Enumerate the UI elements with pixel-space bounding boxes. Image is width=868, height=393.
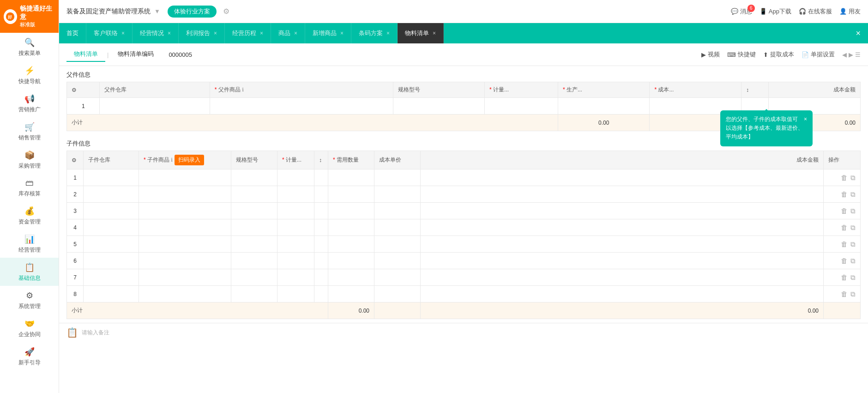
sub-tab-bom-code[interactable]: 物料清单编码 — [110, 47, 161, 62]
message-action[interactable]: 💬 6 消息 — [731, 7, 752, 16]
scan-button[interactable]: 扫码录入 — [175, 155, 204, 165]
tab-close-business[interactable]: × — [168, 30, 171, 36]
sidebar-item-guide[interactable]: 🚀 新手引导 — [0, 342, 59, 370]
child-row-5-cost-unit[interactable] — [374, 236, 421, 253]
child-row-6-unit[interactable] — [277, 253, 314, 269]
tab-close-bom[interactable]: × — [433, 30, 436, 36]
app-download-action[interactable]: 📱 App下载 — [760, 7, 791, 16]
delete-icon-row-8[interactable]: 🗑 — [841, 290, 848, 298]
sidebar-item-marketing[interactable]: 📢 营销推广 — [0, 89, 59, 117]
child-row-6-spec[interactable] — [231, 253, 277, 269]
sidebar-item-inventory[interactable]: 🗃 库存核算 — [0, 174, 59, 201]
child-row-7-qty[interactable] — [328, 269, 374, 286]
prev-icon[interactable]: ◀ — [842, 51, 847, 58]
tab-close-goods[interactable]: × — [294, 30, 297, 36]
child-row-2-cost-amount[interactable] — [421, 186, 824, 203]
child-row-2-qty[interactable] — [328, 186, 374, 203]
child-row-4-sort[interactable] — [314, 219, 328, 236]
child-row-1-unit[interactable] — [277, 169, 314, 186]
dropdown-icon[interactable]: ▼ — [154, 8, 160, 15]
sidebar-item-basic[interactable]: 📋 基础信息 — [0, 258, 59, 286]
child-row-2-warehouse[interactable] — [84, 186, 139, 203]
child-row-6-goods[interactable] — [139, 253, 231, 269]
copy-icon-row-5[interactable]: ⧉ — [850, 240, 856, 248]
child-row-2-spec[interactable] — [231, 186, 277, 203]
tab-history[interactable]: 经营历程 × — [225, 23, 271, 43]
child-row-5-spec[interactable] — [231, 236, 277, 253]
child-row-1-warehouse[interactable] — [84, 169, 139, 186]
sidebar-item-enterprise[interactable]: 🤝 企业协同 — [0, 314, 59, 342]
tooltip-close-button[interactable]: × — [804, 115, 807, 124]
delete-icon-row-6[interactable]: 🗑 — [841, 257, 848, 265]
delete-icon-row-1[interactable]: 🗑 — [841, 174, 848, 181]
child-row-7-unit[interactable] — [277, 269, 314, 286]
child-row-3-warehouse[interactable] — [84, 203, 139, 219]
delete-icon-row-4[interactable]: 🗑 — [841, 224, 848, 231]
child-row-3-qty[interactable] — [328, 203, 374, 219]
parent-row-1-prod[interactable] — [558, 98, 649, 115]
parent-row-1-spec[interactable] — [393, 98, 484, 115]
delete-icon-row-5[interactable]: 🗑 — [841, 240, 848, 248]
child-row-7-cost-amount[interactable] — [421, 269, 824, 286]
child-row-7-cost-unit[interactable] — [374, 269, 421, 286]
tab-home[interactable]: 首页 — [59, 23, 86, 43]
child-row-7-sort[interactable] — [314, 269, 328, 286]
child-row-1-qty[interactable] — [328, 169, 374, 186]
tab-close-profit[interactable]: × — [214, 30, 217, 36]
child-row-4-unit[interactable] — [277, 219, 314, 236]
child-row-7-goods[interactable] — [139, 269, 231, 286]
child-row-6-sort[interactable] — [314, 253, 328, 269]
child-row-6-warehouse[interactable] — [84, 253, 139, 269]
child-row-2-goods[interactable] — [139, 186, 231, 203]
sidebar-item-system[interactable]: ⚙ 系统管理 — [0, 286, 59, 314]
delete-icon-row-7[interactable]: 🗑 — [841, 273, 848, 281]
child-row-5-goods[interactable] — [139, 236, 231, 253]
tab-business[interactable]: 经营情况 × — [133, 23, 179, 43]
child-row-3-cost-amount[interactable] — [421, 203, 824, 219]
child-row-8-sort[interactable] — [314, 286, 328, 302]
tab-goods[interactable]: 商品 × — [271, 23, 305, 43]
sidebar-item-quick[interactable]: ⚡ 快捷导航 — [0, 61, 59, 89]
child-row-4-spec[interactable] — [231, 219, 277, 236]
child-row-1-spec[interactable] — [231, 169, 277, 186]
child-row-8-spec[interactable] — [231, 286, 277, 302]
child-row-3-goods[interactable] — [139, 203, 231, 219]
next-icon[interactable]: ▶ — [849, 51, 853, 58]
sidebar-item-sales[interactable]: 🛒 销售管理 — [0, 117, 59, 145]
parent-row-1-goods[interactable] — [210, 98, 393, 115]
child-row-1-sort[interactable] — [314, 169, 328, 186]
tab-close-barcode[interactable]: × — [386, 30, 390, 36]
child-row-4-goods[interactable] — [139, 219, 231, 236]
child-row-1-cost-amount[interactable] — [421, 169, 824, 186]
child-row-4-warehouse[interactable] — [84, 219, 139, 236]
child-row-2-unit[interactable] — [277, 186, 314, 203]
settings-icon[interactable]: ⚙ — [223, 7, 229, 16]
settings-action[interactable]: 📄 单据设置 — [802, 50, 835, 59]
child-row-8-cost-amount[interactable] — [421, 286, 824, 302]
child-row-7-spec[interactable] — [231, 269, 277, 286]
sidebar-item-finance[interactable]: 💰 资金管理 — [0, 201, 59, 230]
tab-bom[interactable]: 物料清单 × — [398, 23, 444, 43]
sidebar-item-purchase[interactable]: 📦 采购管理 — [0, 145, 59, 174]
user-action[interactable]: 👤 用友 — [839, 7, 861, 16]
child-row-8-cost-unit[interactable] — [374, 286, 421, 302]
tab-close-history[interactable]: × — [260, 30, 263, 36]
copy-icon-row-3[interactable]: ⧉ — [850, 207, 856, 215]
child-row-3-spec[interactable] — [231, 203, 277, 219]
grid-icon[interactable]: ☰ — [855, 51, 861, 58]
sidebar-item-search[interactable]: 🔍 搜索菜单 — [0, 33, 59, 61]
trial-button[interactable]: 体验行业方案 — [168, 6, 217, 18]
child-row-8-unit[interactable] — [277, 286, 314, 302]
video-action[interactable]: ▶ 视频 — [701, 50, 720, 59]
child-row-6-cost-amount[interactable] — [421, 253, 824, 269]
child-row-8-qty[interactable] — [328, 286, 374, 302]
parent-row-1-warehouse[interactable] — [100, 98, 210, 115]
delete-icon-row-3[interactable]: 🗑 — [841, 207, 848, 215]
copy-icon-row-8[interactable]: ⧉ — [850, 290, 856, 298]
tab-new-goods[interactable]: 新增商品 × — [305, 23, 351, 43]
child-row-5-warehouse[interactable] — [84, 236, 139, 253]
child-row-5-sort[interactable] — [314, 236, 328, 253]
child-row-2-sort[interactable] — [314, 186, 328, 203]
copy-icon-row-7[interactable]: ⧉ — [850, 273, 856, 282]
child-row-3-sort[interactable] — [314, 203, 328, 219]
